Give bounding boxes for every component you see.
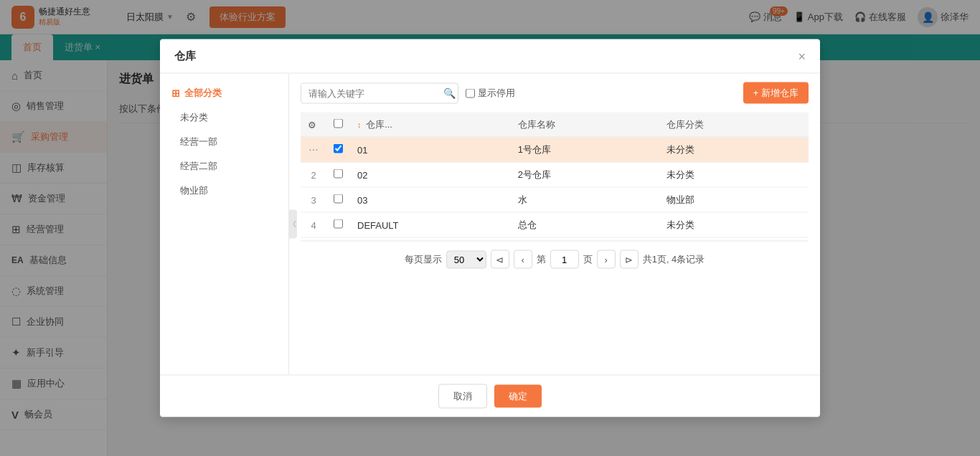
cancel-button[interactable]: 取消 <box>438 384 487 409</box>
row-checkbox[interactable] <box>334 194 343 204</box>
row-actions-cell: 2 <box>301 162 326 187</box>
th-gear: ⚙ <box>301 113 326 138</box>
pagination-summary: 共1页, 4条记录 <box>643 253 705 266</box>
search-input-wrap: 🔍 <box>301 82 458 103</box>
row-checkbox-cell <box>326 187 350 212</box>
modal-header: 仓库 × <box>160 39 820 74</box>
modal-footer: 取消 确定 <box>160 375 820 417</box>
row-more-icon[interactable]: ··· <box>308 143 318 156</box>
category-item-ops2[interactable]: 经营二部 <box>160 154 288 179</box>
modal-title: 仓库 <box>174 49 196 63</box>
row-name: 总仓 <box>511 212 660 237</box>
prev-page-button[interactable]: ‹ <box>514 250 532 269</box>
th-category: 仓库分类 <box>659 113 809 138</box>
row-code: 01 <box>350 137 511 162</box>
row-category: 未分类 <box>659 162 809 187</box>
category-panel: 《 ⊞ 全部分类 未分类 经营一部 经营二部 物业部 <box>160 74 289 375</box>
table-row[interactable]: 3 03 水 物业部 <box>301 187 809 212</box>
select-all-checkbox[interactable] <box>334 119 343 128</box>
row-checkbox-cell <box>326 162 350 187</box>
th-name: 仓库名称 <box>511 113 660 138</box>
row-checkbox[interactable] <box>334 219 343 229</box>
page-unit: 页 <box>583 253 593 266</box>
add-warehouse-button[interactable]: + 新增仓库 <box>743 82 809 104</box>
pagination-bar: 每页显示 50 10 20 100 ⊲ ‹ 第 页 › ⊳ 共1页, 4条记录 <box>301 241 809 277</box>
last-page-button[interactable]: ⊳ <box>620 250 639 269</box>
table-row[interactable]: ··· 01 1号仓库 未分类 <box>301 137 809 162</box>
table-toolbar: 🔍 显示停用 + 新增仓库 <box>301 82 809 104</box>
table-row[interactable]: 4 DEFAULT 总仓 未分类 <box>301 212 809 237</box>
sort-icon: ↕ <box>357 120 362 129</box>
all-categories-label: 全部分类 <box>184 87 222 100</box>
panel-toggle-button[interactable]: 《 <box>288 210 297 239</box>
row-name: 水 <box>511 187 660 212</box>
search-input[interactable] <box>301 83 436 103</box>
settings-icon[interactable]: ⚙ <box>308 119 316 130</box>
show-disabled-label: 显示停用 <box>478 87 515 100</box>
show-disabled-wrap: 显示停用 <box>466 87 515 100</box>
first-page-button[interactable]: ⊲ <box>491 250 509 269</box>
row-code: 02 <box>350 162 511 187</box>
category-item-ops1[interactable]: 经营一部 <box>160 130 288 154</box>
page-label: 第 <box>537 253 546 266</box>
warehouse-table: ⚙ ↕ 仓库... 仓库名称 仓库分类 ··· <box>301 113 809 238</box>
show-disabled-checkbox[interactable] <box>466 88 475 98</box>
row-category: 未分类 <box>659 212 809 237</box>
modal-close-button[interactable]: × <box>798 49 806 62</box>
table-header: ⚙ ↕ 仓库... 仓库名称 仓库分类 <box>301 113 809 138</box>
row-checkbox-cell <box>326 212 350 237</box>
row-actions-cell: 3 <box>301 187 326 212</box>
search-icon[interactable]: 🔍 <box>436 87 458 99</box>
row-actions-cell: 4 <box>301 212 326 237</box>
th-code: ↕ 仓库... <box>350 113 511 138</box>
table-row[interactable]: 2 02 2号仓库 未分类 <box>301 162 809 187</box>
th-checkbox <box>326 113 350 138</box>
table-body: ··· 01 1号仓库 未分类 2 02 2号仓库 未分类 3 <box>301 137 809 237</box>
category-item-property[interactable]: 物业部 <box>160 179 288 203</box>
grid-icon: ⊞ <box>171 87 180 99</box>
confirm-button[interactable]: 确定 <box>494 385 542 408</box>
row-code: 03 <box>350 187 511 212</box>
row-checkbox[interactable] <box>334 169 343 179</box>
row-category: 未分类 <box>659 137 809 162</box>
warehouse-list-panel: 🔍 显示停用 + 新增仓库 ⚙ ↕ 仓库... <box>289 74 820 375</box>
row-name: 1号仓库 <box>511 137 660 162</box>
row-checkbox[interactable] <box>334 144 343 153</box>
next-page-button[interactable]: › <box>597 250 616 269</box>
page-number-input[interactable] <box>550 250 579 269</box>
row-checkbox-cell <box>326 137 350 162</box>
modal-body: 《 ⊞ 全部分类 未分类 经营一部 经营二部 物业部 🔍 显示停用 + <box>160 74 820 375</box>
category-item-unclassified[interactable]: 未分类 <box>160 105 288 130</box>
per-page-select[interactable]: 50 10 20 100 <box>446 250 486 268</box>
per-page-label: 每页显示 <box>405 253 442 266</box>
row-actions-cell: ··· <box>301 137 326 162</box>
row-code: DEFAULT <box>350 212 511 237</box>
row-category: 物业部 <box>659 187 809 212</box>
warehouse-modal: 仓库 × 《 ⊞ 全部分类 未分类 经营一部 经营二部 物业部 🔍 <box>160 39 820 417</box>
row-name: 2号仓库 <box>511 162 660 187</box>
all-categories[interactable]: ⊞ 全部分类 <box>160 81 288 105</box>
